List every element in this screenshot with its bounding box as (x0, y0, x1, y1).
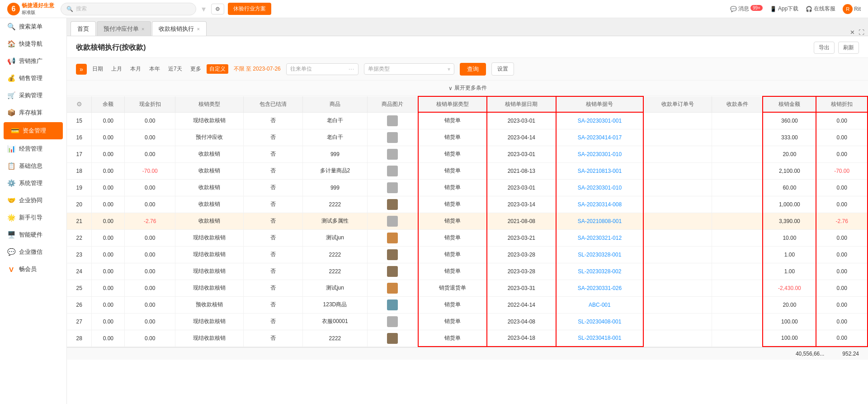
user-avatar[interactable]: R Rit (843, 4, 861, 14)
sidebar-item-inventory[interactable]: 📦 库存核算 (0, 104, 66, 121)
cell-writeoff-amount: 3,390.00 (763, 213, 816, 229)
th-product: 商品 (303, 96, 367, 112)
refresh-btn[interactable]: 刷新 (838, 42, 859, 54)
cell-bill-no[interactable]: SA-20230301-001 (556, 112, 644, 129)
sidebar-item-quick-nav[interactable]: 🏠 快捷导航 (0, 35, 66, 52)
sidebar-item-finance-mgmt[interactable]: 💳 资金管理 (4, 122, 63, 139)
cell-cash-discount: 0.00 (125, 112, 175, 129)
cell-writeoff-type: 现结收款核销 (175, 112, 244, 129)
sidebar-item-sys-mgmt[interactable]: ⚙️ 系统管理 (0, 175, 66, 192)
top-search-bar[interactable]: 🔍 搜索 (61, 3, 196, 15)
bill-type-filter[interactable]: 单据类型 ▾ (364, 63, 454, 75)
cell-bill-no[interactable]: SA-20230331-026 (556, 280, 644, 296)
cell-receipt-condition (712, 213, 763, 229)
online-service-label: 在线客服 (814, 5, 835, 13)
expand-conditions-label: 展开更多条件 (454, 84, 487, 92)
cell-writeoff-type: 现结收款核销 (175, 229, 244, 246)
cell-bill-no[interactable]: SA-20230301-010 (556, 146, 644, 162)
cell-writeoff-amount: 360.00 (763, 112, 816, 129)
cell-writeoff-type: 现结收款核销 (175, 313, 244, 330)
sidebar-item-newbie-guide[interactable]: 🌟 新手引导 (0, 209, 66, 226)
cell-bill-no[interactable]: ABC-001 (556, 296, 644, 313)
from-unit-filter[interactable]: 往来单位 ··· (286, 63, 359, 75)
sidebar-item-vip-member[interactable]: V 畅会员 (0, 261, 66, 278)
query-btn[interactable]: 查询 (460, 63, 486, 76)
cell-bill-type: 销货单 (418, 129, 487, 146)
cell-bill-no[interactable]: SA-20230321-012 (556, 229, 644, 246)
expand-chevron-icon: ∨ (448, 85, 453, 91)
date-opt-more[interactable]: 更多 (188, 64, 204, 74)
sidebar-item-search-menu[interactable]: 🔍 搜索菜单 (0, 18, 66, 35)
sidebar: 🔍 搜索菜单 🏠 快捷导航 📢 营销推广 💰 销售管理 🛒 采购管理 📦 库存核… (0, 18, 67, 404)
cell-writeoff-amount: 1.00 (763, 263, 816, 280)
tab-home[interactable]: 首页 (71, 21, 96, 36)
sidebar-item-corp-coop[interactable]: 🤝 企业协同 (0, 192, 66, 209)
cell-receipt-order-no (643, 246, 712, 263)
setting-btn[interactable]: 设置 (491, 62, 514, 76)
table-gear-icon[interactable]: ⚙ (76, 100, 82, 108)
sidebar-item-purchase-mgmt[interactable]: 🛒 采购管理 (0, 87, 66, 104)
cell-bill-no[interactable]: SA-20230414-017 (556, 129, 644, 146)
cell-product: 999 (303, 146, 367, 162)
cell-bill-type: 销货单 (418, 112, 487, 129)
cell-bill-type: 销货单 (418, 229, 487, 246)
tab-maximize-icon[interactable]: ⛶ (859, 29, 864, 36)
cell-writeoff-amount: 1,000.00 (763, 196, 816, 213)
date-opt-this-month[interactable]: 本月 (127, 64, 144, 74)
sys-icon: ⚙️ (7, 179, 15, 187)
cell-product-img (367, 129, 418, 146)
cell-bill-no[interactable]: SA-20210813-001 (556, 162, 644, 179)
date-opt-this-year[interactable]: 本年 (146, 64, 163, 74)
table-row: 20 0.00 0.00 收款核销 否 2222 销货单 2023-03-14 … (67, 196, 868, 213)
cell-writeoff-amount: 100.00 (763, 330, 816, 347)
cell-cash-discount: 0.00 (125, 296, 175, 313)
filter-collapse-btn[interactable]: » (76, 64, 87, 75)
inventory-icon: 📦 (7, 109, 15, 117)
cell-bill-no[interactable]: SL-20230328-001 (556, 246, 644, 263)
th-gear[interactable]: ⚙ (67, 96, 92, 112)
tab-writeoff-close[interactable]: × (197, 26, 199, 32)
sidebar-item-basic-info[interactable]: 📋 基础信息 (0, 157, 66, 175)
sidebar-item-sales-mgmt[interactable]: 💰 销售管理 (0, 70, 66, 87)
app-download-btn[interactable]: 📱 App下载 (770, 5, 798, 13)
cell-bill-no[interactable]: SA-20230301-010 (556, 179, 644, 196)
cell-writeoff-discount: 0.00 (816, 129, 868, 146)
cell-seq: 28 (67, 330, 92, 347)
sidebar-item-marketing[interactable]: 📢 营销推广 (0, 52, 66, 70)
cell-product: 测试多属性 (303, 213, 367, 229)
date-opt-custom[interactable]: 自定义 (207, 64, 228, 74)
tab-writeoff[interactable]: 收款核销执行 × (152, 21, 206, 36)
tab-prepaid-close[interactable]: × (142, 26, 144, 32)
tab-prepaid[interactable]: 预付冲应付单 × (97, 21, 151, 36)
app-name: 畅捷通好生意 (22, 2, 54, 10)
export-btn[interactable]: 导出 (814, 42, 835, 54)
cell-bill-no[interactable]: SA-20230314-008 (556, 196, 644, 213)
cell-bill-date: 2021-08-08 (487, 213, 556, 229)
message-btn[interactable]: 💬 消息 99+ (730, 5, 763, 13)
industry-btn[interactable]: 休验行业方案 (228, 3, 271, 15)
date-opt-7days[interactable]: 近7天 (165, 64, 185, 74)
cell-bill-no[interactable]: SL-20230408-001 (556, 313, 644, 330)
cell-bill-no[interactable]: SL-20230418-001 (556, 330, 644, 347)
cell-include-settled: 否 (244, 146, 303, 162)
cell-writeoff-discount: 0.00 (816, 146, 868, 162)
cell-bill-no[interactable]: SL-20230328-002 (556, 263, 644, 280)
user-name-label: Rit (854, 6, 861, 12)
sidebar-item-smart-hw[interactable]: 🖥️ 智能硬件 (0, 226, 66, 243)
cell-writeoff-type: 收款核销 (175, 213, 244, 229)
cell-bill-type: 销货单 (418, 313, 487, 330)
expand-conditions-btn[interactable]: ∨ 展开更多条件 (443, 82, 492, 94)
sidebar-item-corp-wechat[interactable]: 💬 企业微信 (0, 243, 66, 261)
cell-balance: 0.00 (92, 162, 125, 179)
date-opt-last-month[interactable]: 上月 (108, 64, 125, 74)
table-wrap[interactable]: ⚙ 余额 现金折扣 核销类型 包含已结清 商品 商品图片 核销单据类型 核销单据… (67, 96, 868, 404)
th-include-settled: 包含已结清 (244, 96, 303, 112)
online-service-btn[interactable]: 🎧 在线客服 (806, 5, 835, 13)
tab-minimize-icon[interactable]: ✕ (850, 29, 855, 36)
cell-seq: 15 (67, 112, 92, 129)
cell-writeoff-type: 现结收款核销 (175, 263, 244, 280)
cell-writeoff-discount: 0.00 (816, 296, 868, 313)
cell-bill-no[interactable]: SA-20210808-001 (556, 213, 644, 229)
settings-gear-btn[interactable]: ⚙ (211, 4, 224, 14)
sidebar-item-business-mgmt[interactable]: 📊 经营管理 (0, 140, 66, 157)
